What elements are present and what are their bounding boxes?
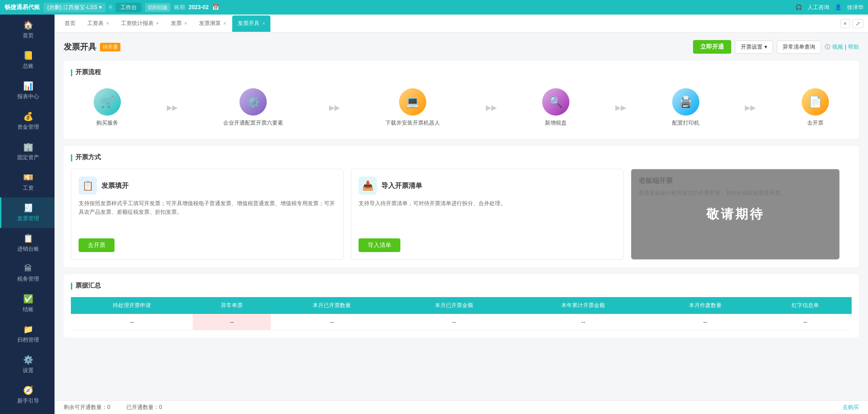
sidebar-item-guide[interactable]: 🧭 新手引导 [0, 380, 55, 410]
settings-icon: ⚙️ [23, 355, 33, 365]
step-setup-enterprise[interactable]: ⚙️ 企业开通配置开票六要素 [223, 88, 283, 127]
sidebar-item-tax[interactable]: 🏛 税务管理 [0, 258, 55, 288]
tab-salary-table[interactable]: 工资表 × [82, 15, 115, 32]
user-avatar-icon: 👤 [835, 4, 842, 10]
tab-salary-stats[interactable]: 工资统计报表 × [115, 15, 165, 32]
header-actions: 立即开通 开票设置 ▾ 异常清单查询 ⓘ 视频 | 帮助 [693, 40, 859, 54]
method-section-title: 开票方式 [71, 153, 852, 162]
tab-invoice-mgmt[interactable]: 发票 × [165, 15, 193, 32]
sidebar-item-settlement[interactable]: ✅ 结账 [0, 288, 55, 319]
step-download-robot-icon: 💻 [399, 88, 426, 116]
process-section: 开票流程 🛒 购买服务 ▶▶ ⚙️ 企业开通配置开票六要素 ▶▶ 💻 下载并安 [64, 61, 859, 139]
help-label2[interactable]: 帮助 [848, 43, 859, 51]
col-monthly-amount: 本月已开票金额 [393, 297, 515, 314]
invoice-icon: 🧾 [23, 203, 33, 213]
method-card-manual-header: 📋 发票填开 [79, 177, 336, 195]
sidebar-item-settings[interactable]: ⚙️ 设置 [0, 349, 55, 380]
open-now-button[interactable]: 立即开通 [693, 40, 731, 54]
step-open-invoice[interactable]: 📄 去开票 [802, 88, 829, 127]
summary-section-title: 票据汇总 [71, 282, 852, 290]
reports-icon: 📊 [23, 81, 33, 91]
ledger-icon: 📒 [23, 50, 33, 61]
restore-tab-button[interactable]: ⤢ [853, 19, 863, 28]
tab-invoice-tool-close[interactable]: × [262, 21, 265, 26]
consult-label[interactable]: 人工咨询 [808, 4, 829, 11]
sidebar-item-archive[interactable]: 📁 归档管理 [0, 319, 55, 349]
old-terminal-overlay: 敬请期待 [631, 169, 839, 259]
top-bar-right: 🎧 人工咨询 👤 徐泽华 [795, 4, 863, 11]
step-add-taxbox-label: 新增税盘 [545, 119, 567, 127]
guide-icon: 🧭 [23, 385, 33, 395]
page-title-row: 发票开具 待开通 [64, 41, 120, 52]
switch-version-button[interactable]: 切到旧版 [145, 3, 170, 12]
tab-salary-stats-close[interactable]: × [156, 21, 159, 26]
sidebar-label-settlement: 结账 [23, 306, 34, 313]
tab-home[interactable]: 首页 [59, 15, 81, 32]
user-name[interactable]: 徐泽华 [847, 4, 863, 11]
sidebar-label-capital: 资金管理 [17, 123, 39, 131]
settings-button[interactable]: 开票设置 ▾ [735, 40, 773, 54]
sidebar-item-invoice[interactable]: 🧾 发票管理 [0, 197, 55, 228]
val-monthly-amount: -- [393, 314, 515, 330]
step-setup-enterprise-label: 企业开通配置开票六要素 [223, 119, 283, 127]
tab-invoice-tool[interactable]: 发票开具 × [232, 15, 270, 32]
page-header: 发票开具 待开通 立即开通 开票设置 ▾ 异常清单查询 ⓘ 视频 | 帮助 [64, 40, 859, 54]
workstation-button[interactable]: 工作台 [116, 3, 141, 12]
sidebar-label-invoice: 发票管理 [17, 215, 39, 222]
sidebar-item-capital[interactable]: 💰 资金管理 [0, 106, 55, 136]
bottom-bar: 剩余可开通数量：0 已开通数量：0 去购买 [55, 400, 868, 414]
content-area: 首页 工资表 × 工资统计报表 × 发票 × 发票测算 × 发票开具 × [55, 15, 868, 414]
method-manual-desc: 支持按照发票样式手工填写开发票；可开具增值税电子普通发票、增值税普通发票、增值税… [79, 199, 336, 217]
step-buy-service[interactable]: 🛒 购买服务 [94, 88, 121, 127]
abnormal-list-button[interactable]: 异常清单查询 [777, 40, 821, 54]
sidebar-label-settings: 设置 [23, 367, 34, 374]
settings-label: 开票设置 [741, 43, 763, 51]
val-monthly-count: -- [271, 314, 393, 330]
help-video-label[interactable]: 视频 [832, 43, 843, 51]
tab-salary-table-close[interactable]: × [106, 21, 109, 26]
col-monthly-count: 本月已开票数量 [271, 297, 393, 314]
method-import-desc: 支持导入待开票清单，可对待开票清单进行拆分、合并处理。 [359, 199, 616, 208]
company-selector[interactable]: (勿删) 江西服宝-LSS ▾ [44, 3, 105, 12]
sidebar-item-salary[interactable]: 💴 工资 [0, 167, 55, 197]
sidebar-label-salary: 工资 [23, 184, 34, 192]
tab-invoice-mgmt-close[interactable]: × [185, 21, 187, 26]
tab-invoice-calc-close[interactable]: × [224, 21, 226, 26]
tab-invoice-calc[interactable]: 发票测算 × [194, 15, 232, 32]
col-abnormal: 异常单票 [193, 297, 271, 314]
coming-soon-text: 敬请期待 [706, 206, 764, 223]
buy-link[interactable]: 去购买 [843, 404, 859, 411]
step-download-robot[interactable]: 💻 下载并安装开票机器人 [385, 88, 440, 127]
status-badge: 待开通 [100, 43, 120, 51]
purchase-icon: 📋 [23, 233, 33, 243]
val-red-info: -- [759, 314, 852, 330]
step-arrow-1: ▶▶ [167, 103, 178, 112]
step-config-printer[interactable]: 🖨️ 配置打印机 [672, 88, 699, 127]
settlement-icon: ✅ [23, 294, 33, 304]
col-red-info: 红字信息单 [759, 297, 852, 314]
summary-table-data-row: -- -- -- -- -- -- -- [71, 314, 852, 330]
copy-icon[interactable]: ⎘ [109, 4, 112, 10]
sidebar-item-home[interactable]: 🏠 首页 [0, 15, 55, 45]
sidebar-label-guide: 新手引导 [17, 397, 39, 405]
col-yearly-amount: 本年累计开票金额 [515, 297, 652, 314]
sidebar-item-member[interactable]: ⭐ 畅会员 [0, 410, 55, 414]
import-list-button[interactable]: 导入清单 [359, 238, 400, 252]
go-invoice-button[interactable]: 去开票 [79, 238, 115, 252]
step-buy-service-icon: 🛒 [94, 88, 121, 116]
sidebar-item-purchase[interactable]: 📋 进销台账 [0, 228, 55, 258]
help-circle-icon: ⓘ [825, 43, 830, 51]
val-void-count: -- [652, 314, 759, 330]
sidebar-item-assets[interactable]: 🏢 固定资产 [0, 136, 55, 167]
sidebar-item-reports[interactable]: 📊 报表中心 [0, 76, 55, 106]
tab-invoice-calc-label: 发票测算 [199, 20, 221, 27]
step-download-robot-label: 下载并安装开票机器人 [385, 119, 440, 127]
sidebar-label-purchase: 进销台账 [17, 245, 39, 253]
step-add-taxbox[interactable]: 🔍 新增税盘 [542, 88, 569, 127]
sidebar-item-ledger[interactable]: 📒 总账 [0, 45, 55, 76]
close-all-tabs-button[interactable]: × [840, 19, 850, 28]
period-edit-icon[interactable]: 📅 [212, 4, 219, 10]
method-card-import-header: 📥 导入开票清单 [359, 177, 616, 195]
help-separator: | [845, 44, 846, 50]
top-bar-left: 畅捷通易代账 (勿删) 江西服宝-LSS ▾ ⎘ 工作台 切到旧版 账期 202… [5, 3, 219, 12]
